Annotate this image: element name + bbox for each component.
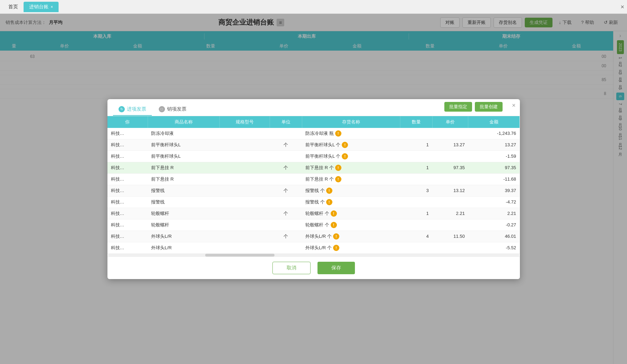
table-cell xyxy=(432,219,468,231)
table-cell xyxy=(432,128,468,139)
table-cell: 4 xyxy=(400,231,432,242)
table-cell: -1,243.76 xyxy=(468,128,520,139)
modal-close-button[interactable]: × xyxy=(512,102,516,109)
table-cell: 13.27 xyxy=(468,139,520,150)
table-cell xyxy=(400,242,432,253)
table-cell: -5.52 xyxy=(468,242,520,253)
table-cell xyxy=(400,196,432,208)
table-cell: 报警线 个! xyxy=(302,196,400,208)
warning-icon: ! xyxy=(326,199,332,205)
col-product-name: 商品名称 xyxy=(148,116,220,128)
table-row: 科技…报警线报警线 个!-4.72 xyxy=(107,196,520,208)
table-cell: 外球头L/R xyxy=(148,231,220,242)
table-cell: 科技… xyxy=(107,208,148,219)
table-cell: 科技… xyxy=(107,242,148,253)
top-tab-bar: 首页 进销台账 × × xyxy=(0,0,627,14)
warning-icon: ! xyxy=(326,188,332,194)
table-cell xyxy=(270,219,302,231)
table-cell xyxy=(270,128,302,139)
table-cell xyxy=(432,196,468,208)
table-cell xyxy=(220,128,270,139)
table-cell xyxy=(270,196,302,208)
warning-icon: ! xyxy=(342,142,348,148)
table-cell xyxy=(270,242,302,253)
invoice-out-tab-icon: □ xyxy=(159,106,165,112)
table-cell: -1.59 xyxy=(468,150,520,162)
table-cell: 97.35 xyxy=(432,162,468,173)
table-cell xyxy=(220,219,270,231)
table-cell: 1 xyxy=(400,162,432,173)
table-cell xyxy=(400,150,432,162)
table-cell xyxy=(270,173,302,185)
table-cell xyxy=(270,150,302,162)
warning-icon: ! xyxy=(335,176,341,182)
table-cell: 科技… xyxy=(107,231,148,242)
tab-close-icon[interactable]: × xyxy=(51,5,53,9)
tab-invoice-out[interactable]: □ 销项发票 xyxy=(153,103,192,116)
warning-icon: ! xyxy=(342,153,348,159)
tab-ledger[interactable]: 进销台账 × xyxy=(24,2,59,12)
table-cell xyxy=(220,150,270,162)
table-cell: 3 xyxy=(400,185,432,196)
tab-invoice-in[interactable]: ↻ 进项发票 xyxy=(113,103,152,116)
table-cell: 1 xyxy=(400,139,432,150)
table-cell xyxy=(432,173,468,185)
table-cell: 个 xyxy=(270,162,302,173)
table-cell: -4.72 xyxy=(468,196,520,208)
warning-icon: ! xyxy=(333,245,339,251)
table-cell: 科技… xyxy=(107,139,148,150)
table-cell xyxy=(220,208,270,219)
table-cell: 前平衡杆球头L 个! xyxy=(302,139,400,150)
col-amount: 金额 xyxy=(468,116,520,128)
col-unit-price: 单价 xyxy=(432,116,468,128)
table-cell xyxy=(220,196,270,208)
table-cell: 个 xyxy=(270,231,302,242)
table-cell: 科技… xyxy=(107,162,148,173)
modal-footer: 取消 保存 xyxy=(107,257,520,279)
table-cell: 轮毂螺杆 xyxy=(148,208,220,219)
table-cell xyxy=(400,219,432,231)
invoice-table: 你 商品名称 规格型号 单位 存货名称 数量 单价 金额 科技…防冻冷却液防冻冷… xyxy=(107,116,520,254)
table-row: 科技…轮毂螺杆个轮毂螺杆 个!12.212.21 xyxy=(107,208,520,219)
window-close-button[interactable]: × xyxy=(620,3,624,10)
batch-assign-button[interactable]: 批量指定 xyxy=(444,102,472,112)
table-cell: 39.37 xyxy=(468,185,520,196)
table-cell xyxy=(220,185,270,196)
col-unit: 单位 xyxy=(270,116,302,128)
horizontal-scrollbar[interactable] xyxy=(108,254,519,257)
table-cell: -11.68 xyxy=(468,173,520,185)
table-cell: 13.12 xyxy=(432,185,468,196)
table-cell: 科技… xyxy=(107,185,148,196)
table-row: 科技…前平衡杆球头L个前平衡杆球头L 个!113.2713.27 xyxy=(107,139,520,150)
table-row: 科技…前平衡杆球头L前平衡杆球头L 个!-1.59 xyxy=(107,150,520,162)
table-row: 科技…前下悬挂 R前下悬挂 R 个!-11.68 xyxy=(107,173,520,185)
table-cell: 前下悬挂 R 个! xyxy=(302,162,400,173)
table-row: 科技…外球头L/R外球头L/R 个!-5.52 xyxy=(107,242,520,253)
table-row: 科技…外球头L/R个外球头L/R 个!411.5046.01 xyxy=(107,231,520,242)
batch-create-button[interactable]: 批量创建 xyxy=(475,102,503,112)
modal-header: ↻ 进项发票 □ 销项发票 批量指定 批量创建 × xyxy=(107,99,520,116)
table-cell: 外球头L/R xyxy=(148,242,220,253)
table-cell: 前平衡杆球头L 个! xyxy=(302,150,400,162)
modal-overlay: ↻ 进项发票 □ 销项发票 批量指定 批量创建 × 你 xyxy=(0,14,627,364)
table-cell: 97.35 xyxy=(468,162,520,173)
table-cell xyxy=(432,242,468,253)
tab-home[interactable]: 首页 xyxy=(3,2,24,12)
table-cell: 轮毂螺杆 xyxy=(148,219,220,231)
table-row: 科技…报警线个报警线 个!313.1239.37 xyxy=(107,185,520,196)
table-row: 科技…轮毂螺杆轮毂螺杆 个!-0.27 xyxy=(107,219,520,231)
table-cell: 科技… xyxy=(107,128,148,139)
table-cell: 2.21 xyxy=(432,208,468,219)
table-cell: 防冻冷却液 瓶! xyxy=(302,128,400,139)
scrollbar-thumb[interactable] xyxy=(205,254,275,257)
table-cell: 个 xyxy=(270,139,302,150)
table-cell xyxy=(220,231,270,242)
table-cell: 前平衡杆球头L xyxy=(148,150,220,162)
cancel-button[interactable]: 取消 xyxy=(272,262,311,274)
warning-icon: ! xyxy=(331,210,337,217)
save-button[interactable]: 保存 xyxy=(317,262,355,274)
table-cell: 前下悬挂 R xyxy=(148,173,220,185)
table-cell: 科技… xyxy=(107,150,148,162)
table-cell: 轮毂螺杆 个! xyxy=(302,208,400,219)
table-cell: 前下悬挂 R xyxy=(148,162,220,173)
